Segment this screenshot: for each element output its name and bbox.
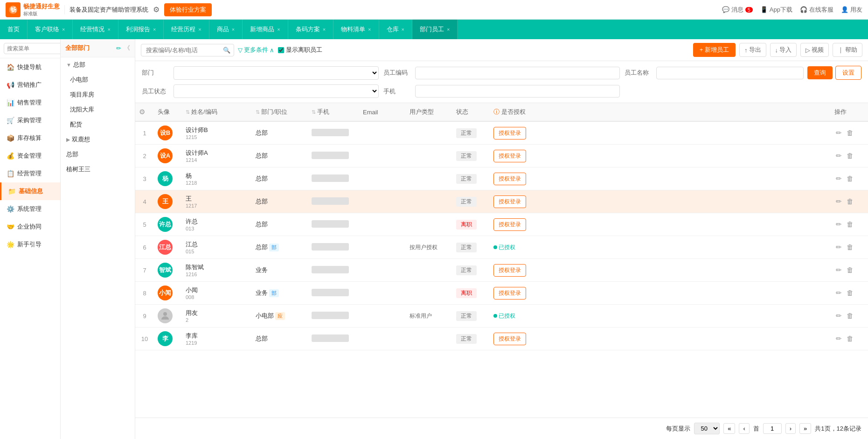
auth-button[interactable]: 授权登录 bbox=[493, 173, 526, 185]
nav-item-warehouse[interactable]: 仓库 × bbox=[379, 20, 412, 39]
app-download-button[interactable]: 📱 App下载 bbox=[760, 6, 792, 14]
sidebar-item-inventory[interactable]: 📦 库存核算 bbox=[0, 129, 60, 147]
delete-button[interactable]: 🗑 bbox=[845, 334, 855, 342]
page-size-select[interactable]: 50 20 100 bbox=[694, 423, 720, 434]
edit-button[interactable]: ✏ bbox=[834, 243, 843, 251]
nav-item-employees[interactable]: 部门员工 × bbox=[412, 20, 458, 39]
td-empty bbox=[546, 190, 831, 213]
trial-button[interactable]: 体验行业方案 bbox=[164, 3, 212, 16]
online-service-button[interactable]: 🎧 在线客服 bbox=[800, 6, 833, 14]
sidebar-search-input[interactable] bbox=[4, 43, 61, 54]
edit-button[interactable]: ✏ bbox=[834, 197, 843, 206]
status-select[interactable] bbox=[174, 84, 379, 98]
dept-tree-item-zongbu-expand[interactable]: ▼ 总部 bbox=[61, 57, 135, 72]
auth-button[interactable]: 授权登录 bbox=[493, 150, 526, 162]
user-menu[interactable]: 👤 用友 bbox=[841, 6, 862, 14]
delete-button[interactable]: 🗑 bbox=[845, 243, 855, 251]
delete-button[interactable]: 🗑 bbox=[845, 312, 855, 320]
set-button[interactable]: 设置 bbox=[835, 66, 861, 80]
view-button[interactable]: ▷ 视频 bbox=[800, 43, 829, 57]
nav-item-add-goods[interactable]: 新增商品 × bbox=[243, 20, 288, 39]
delete-button[interactable]: 🗑 bbox=[845, 152, 855, 160]
dept-tree-item-peihuo[interactable]: 配货 bbox=[61, 117, 135, 132]
search-input[interactable] bbox=[141, 44, 234, 56]
sidebar-item-guide[interactable]: 🌟 新手引导 bbox=[0, 236, 60, 253]
th-dept[interactable]: ⇅ 部门/职位 bbox=[252, 103, 308, 121]
nav-item-customers[interactable]: 客户联络 × bbox=[28, 20, 73, 39]
delete-button[interactable]: 🗑 bbox=[845, 266, 855, 274]
td-auth: 授权登录 bbox=[490, 282, 546, 305]
edit-button[interactable]: ✏ bbox=[834, 312, 843, 320]
nav-item-business[interactable]: 经营情况 × bbox=[73, 20, 118, 39]
prev-page-button[interactable]: ‹ bbox=[739, 423, 749, 434]
sidebar-item-system[interactable]: ⚙️ 系统管理 bbox=[0, 200, 60, 218]
delete-button[interactable]: 🗑 bbox=[845, 197, 855, 205]
auth-button[interactable]: 授权登录 bbox=[493, 264, 526, 277]
phone-input[interactable] bbox=[415, 85, 620, 98]
edit-button[interactable]: ✏ bbox=[834, 174, 843, 183]
sidebar-item-marketing[interactable]: 📢 营销推广 bbox=[0, 76, 60, 94]
dept-collapse-icon[interactable]: 《 bbox=[124, 44, 130, 52]
sidebar-item-sales[interactable]: 📊 销售管理 bbox=[0, 94, 60, 111]
logo-icon: 畅 bbox=[6, 2, 21, 17]
delete-button[interactable]: 🗑 bbox=[845, 174, 855, 182]
last-page-button[interactable]: » bbox=[799, 423, 811, 434]
sidebar-item-purchase[interactable]: 🛒 采购管理 bbox=[0, 111, 60, 129]
nav-item-profit[interactable]: 利润报告 × bbox=[118, 20, 164, 39]
dept-tree-item-xiangmu[interactable]: 项目库房 bbox=[61, 87, 135, 102]
edit-button[interactable]: ✏ bbox=[834, 289, 843, 297]
nav-item-goods[interactable]: 商品 × bbox=[209, 20, 243, 39]
dept-tree-item-xiaodianbu[interactable]: 小电部 bbox=[61, 72, 135, 87]
td-phone bbox=[308, 167, 359, 190]
auth-button[interactable]: 授权登录 bbox=[493, 127, 526, 139]
export-button[interactable]: ↑ 导出 bbox=[739, 43, 766, 57]
edit-button[interactable]: ✏ bbox=[834, 220, 843, 229]
resigned-checkbox-input[interactable] bbox=[278, 47, 284, 53]
td-dept: 小电部应 bbox=[252, 305, 308, 328]
dept-edit-icon[interactable]: ✏ bbox=[116, 45, 121, 52]
dept-tree-item-shuanglu[interactable]: ▶ 双鹿想 bbox=[61, 132, 135, 147]
empcode-input[interactable] bbox=[415, 67, 620, 79]
show-resigned-checkbox[interactable]: 显示离职员工 bbox=[278, 46, 322, 54]
add-employee-button[interactable]: + 新增员工 bbox=[693, 43, 736, 57]
page-number-input[interactable] bbox=[763, 423, 782, 434]
dept-select[interactable] bbox=[174, 66, 379, 80]
nav-item-bom[interactable]: 物料清单 × bbox=[333, 20, 379, 39]
delete-button[interactable]: 🗑 bbox=[845, 289, 855, 297]
delete-button[interactable]: 🗑 bbox=[845, 220, 855, 228]
empname-input[interactable] bbox=[656, 67, 804, 79]
auth-button[interactable]: 授权登录 bbox=[493, 195, 526, 208]
auth-button[interactable]: 授权登录 bbox=[493, 218, 526, 231]
td-status: 离职 bbox=[452, 213, 490, 236]
sidebar-item-finance[interactable]: 💰 资金管理 bbox=[0, 147, 60, 165]
edit-button[interactable]: ✏ bbox=[834, 129, 843, 137]
auth-button[interactable]: 授权登录 bbox=[493, 287, 526, 300]
th-name[interactable]: ⇅ 姓名/编码 bbox=[182, 103, 252, 121]
edit-button[interactable]: ✏ bbox=[834, 152, 843, 160]
import-button[interactable]: ↓ 导入 bbox=[770, 43, 797, 57]
dept-tree-item-zhishu[interactable]: 植树王三 bbox=[61, 162, 135, 177]
nav-icon: 🏠 bbox=[7, 63, 14, 71]
col-settings-icon[interactable]: ⚙ bbox=[139, 108, 145, 116]
sidebar-item-operation[interactable]: 📋 经营管理 bbox=[0, 165, 60, 182]
th-phone[interactable]: ⇅ 手机 bbox=[308, 103, 359, 121]
dept-tree-item-shenyang[interactable]: 沈阳大库 bbox=[61, 102, 135, 117]
nav-item-home[interactable]: 首页 bbox=[0, 20, 28, 39]
edit-button[interactable]: ✏ bbox=[834, 334, 843, 343]
settings-button[interactable]: ⚙ bbox=[153, 5, 160, 14]
edit-button[interactable]: ✏ bbox=[834, 266, 843, 274]
nav-item-history[interactable]: 经营历程 × bbox=[164, 20, 209, 39]
auth-button[interactable]: 授权登录 bbox=[493, 333, 526, 345]
help-button[interactable]: ｜ 帮助 bbox=[833, 43, 862, 57]
more-filters-button[interactable]: ▽ 更多条件 ∧ bbox=[238, 46, 274, 54]
query-button[interactable]: 查询 bbox=[807, 66, 833, 79]
delete-button[interactable]: 🗑 bbox=[845, 129, 855, 137]
sidebar-item-collab[interactable]: 🤝 企业协同 bbox=[0, 218, 60, 236]
messages-button[interactable]: 💬 消息 5 bbox=[722, 6, 753, 14]
dept-tree-item-zongbu2[interactable]: 总部 bbox=[61, 147, 135, 162]
sidebar-item-basic[interactable]: 📁 基础信息 bbox=[0, 182, 60, 200]
nav-item-barcode[interactable]: 条码方案 × bbox=[288, 20, 333, 39]
sidebar-item-nav[interactable]: 🏠 快捷导航 bbox=[0, 58, 60, 76]
first-page-button[interactable]: « bbox=[723, 423, 735, 434]
next-page-button[interactable]: › bbox=[785, 423, 796, 434]
